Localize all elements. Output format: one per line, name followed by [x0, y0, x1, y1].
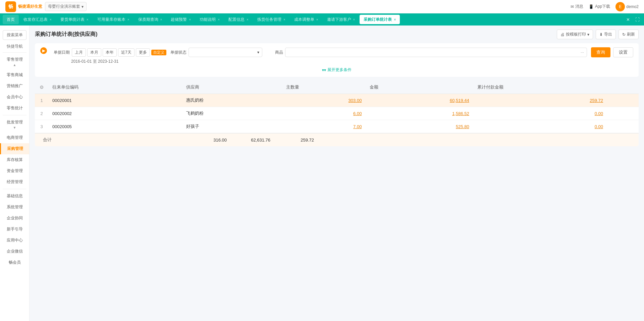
close-icon[interactable]: ×	[247, 18, 249, 21]
close-icon[interactable]: ×	[50, 18, 52, 21]
chevron-down-icon: ▾	[257, 50, 259, 55]
sidebar-divider	[3, 115, 26, 115]
sidebar-item-label: 营销推广	[7, 83, 23, 89]
print-button[interactable]: 🖨 按模板打印 ▾	[557, 30, 593, 39]
settings-icon[interactable]: ⚙	[40, 85, 44, 90]
sidebar-item-operation[interactable]: 经营管理	[0, 176, 29, 188]
this-year-button[interactable]: 本年	[103, 48, 117, 57]
sidebar-item-label: 基础信息	[7, 193, 23, 199]
date-buttons: 上月 本月 本年 近7天 更多 自定义	[72, 48, 166, 57]
close-icon[interactable]: ×	[189, 18, 191, 21]
sidebar-item-enterprise-collab[interactable]: 企业协同	[0, 213, 29, 224]
row-index: 3	[35, 120, 48, 133]
user-name: demo2	[626, 4, 639, 9]
status-select[interactable]: ▾	[189, 48, 262, 57]
settings-col-header: ⚙	[35, 81, 48, 94]
close-icon[interactable]: ×	[394, 18, 396, 21]
user-profile[interactable]: E demo2	[615, 2, 639, 11]
refresh-button[interactable]: ↻ 刷新	[619, 30, 639, 39]
tab-home[interactable]: 首页	[3, 15, 19, 24]
tab-available-stock[interactable]: 可用量库存账本 ×	[93, 15, 133, 24]
tab-overstock[interactable]: 超储预警 ×	[167, 15, 195, 24]
sidebar-item-basic-info[interactable]: 基础信息	[0, 191, 29, 202]
quick-nav-button[interactable]: 快捷导航	[0, 42, 29, 51]
tab-shelf-life[interactable]: 保质期查询 ×	[134, 15, 166, 24]
sidebar-item-wholesale[interactable]: 批发管理 ▼	[0, 117, 29, 132]
sidebar-item-app-center[interactable]: 应用中心	[0, 235, 29, 246]
paid-amount[interactable]: 0.00	[473, 120, 607, 133]
user-avatar: E	[615, 2, 625, 11]
tab-home-label: 首页	[7, 17, 15, 22]
table-footer: 合计 316.00 62,631.76 259.72	[35, 133, 639, 146]
expand-button[interactable]: ⛶	[633, 15, 641, 23]
header-row: ⚙ 往来单位编码 供应商 主数量 金额 累计付款金额	[35, 81, 639, 94]
tab-cost-adjust[interactable]: 成本调整单 ×	[290, 15, 322, 24]
main-qty[interactable]: 7.00	[282, 120, 366, 133]
tab-receive-summary[interactable]: 收发存汇总表 ×	[19, 15, 56, 24]
sidebar-item-retail-shop[interactable]: 零售商城	[0, 69, 29, 81]
last-7-days-button[interactable]: 近7天	[118, 48, 135, 57]
workspace-selector[interactable]: 母婴行业演示账套 ▾	[45, 2, 87, 11]
query-button[interactable]: 查询	[591, 47, 610, 57]
search-menu-button[interactable]: 搜索菜单	[3, 30, 26, 40]
sidebar-item-member[interactable]: 会员中心	[0, 92, 29, 103]
main-content: 采购订单统计表(按供应商) 🖨 按模板打印 ▾ ⬇ 导出 ↻ 刷新	[30, 25, 644, 321]
amount[interactable]: 525.80	[366, 120, 473, 133]
goods-filter: 商品 ···	[275, 48, 587, 57]
sidebar-item-retail-mgmt[interactable]: 零售管理 ▲	[0, 54, 29, 69]
logo-text: 畅捷通好生意	[18, 4, 42, 9]
custom-date-badge[interactable]: 自定义	[151, 50, 166, 55]
tab-order-summary[interactable]: 要货单统计表 ×	[56, 15, 93, 24]
close-tabs-button[interactable]: ✕	[624, 15, 632, 23]
tab-label: 配置信息	[228, 17, 245, 22]
sidebar-item-ecommerce[interactable]: 电商管理	[0, 132, 29, 143]
amount[interactable]: 1,586.52	[366, 107, 473, 120]
tab-config-info[interactable]: 配置信息 ×	[224, 15, 253, 24]
tab-function-desc[interactable]: 功能说明 ×	[196, 15, 224, 24]
close-icon[interactable]: ×	[160, 18, 162, 21]
status-filter: 单据状态 ▾	[170, 48, 271, 57]
sidebar-item-marketing[interactable]: 营销推广	[0, 81, 29, 92]
this-month-button[interactable]: 本月	[87, 48, 101, 57]
main-qty[interactable]: 6.00	[282, 107, 366, 120]
tab-invite-customer[interactable]: 邀请下游客户 ×	[323, 15, 359, 24]
last-month-button[interactable]: 上月	[72, 48, 86, 57]
filter-toggle-button[interactable]: ▶	[40, 47, 47, 54]
footer-amount: 62,631.76	[227, 138, 270, 143]
sidebar-item-member-club[interactable]: 畅会员	[0, 257, 29, 268]
supplier-name-col-header: 供应商	[182, 81, 282, 94]
goods-input[interactable]: ···	[285, 48, 587, 57]
message-button[interactable]: ✉ 消息	[571, 4, 583, 9]
close-icon[interactable]: ×	[218, 18, 220, 21]
more-date-button[interactable]: 更多	[136, 48, 150, 57]
table-row: 2 00020002 飞鹤奶粉 6.00 1,586.52 0.00	[35, 107, 639, 120]
main-layout: 搜索菜单 快捷导航 零售管理 ▲ 零售商城 营销推广 会员中心 零售统计 批发管…	[0, 25, 644, 321]
paid-amount[interactable]: 0.00	[473, 107, 607, 120]
sidebar-item-system[interactable]: 系统管理	[0, 202, 29, 213]
sidebar-item-inventory[interactable]: 库存核算	[0, 154, 29, 165]
close-icon[interactable]: ×	[353, 18, 355, 21]
sidebar-item-retail-stats[interactable]: 零售统计	[0, 103, 29, 114]
close-icon[interactable]: ×	[283, 18, 285, 21]
sidebar-item-enterprise-wechat[interactable]: 企业微信	[0, 246, 29, 257]
amount[interactable]: 60,519.44	[366, 94, 473, 107]
supplier-code: 00020002	[48, 107, 182, 120]
app-download-button[interactable]: 📱 App下载	[589, 4, 610, 9]
close-icon[interactable]: ×	[316, 18, 318, 21]
close-icon[interactable]: ×	[127, 18, 129, 21]
sidebar-item-purchase[interactable]: 采购管理	[0, 143, 29, 154]
sidebar-item-new-guide[interactable]: 新手引导	[0, 224, 29, 235]
main-qty[interactable]: 303.00	[282, 94, 366, 107]
supplier-code-col-header: 往来单位编码	[48, 81, 182, 94]
tab-pick-task[interactable]: 拣货任务管理 ×	[253, 15, 289, 24]
expand-more-button[interactable]: ▾▾ 展开更多条件	[322, 67, 352, 73]
export-label: 导出	[604, 32, 612, 37]
tab-purchase-summary[interactable]: 采购订单统计表 ×	[360, 15, 400, 24]
paid-amount[interactable]: 259.72	[473, 94, 607, 107]
filter-settings-button[interactable]: 设置	[613, 47, 633, 57]
sidebar-item-finance[interactable]: 资金管理	[0, 165, 29, 176]
table-row: 1 00020001 惠氏奶粉 303.00 60,519.44 259.72	[35, 94, 639, 107]
close-icon[interactable]: ×	[87, 18, 89, 21]
more-dots[interactable]: ···	[581, 50, 584, 55]
export-button[interactable]: ⬇ 导出	[596, 30, 616, 39]
